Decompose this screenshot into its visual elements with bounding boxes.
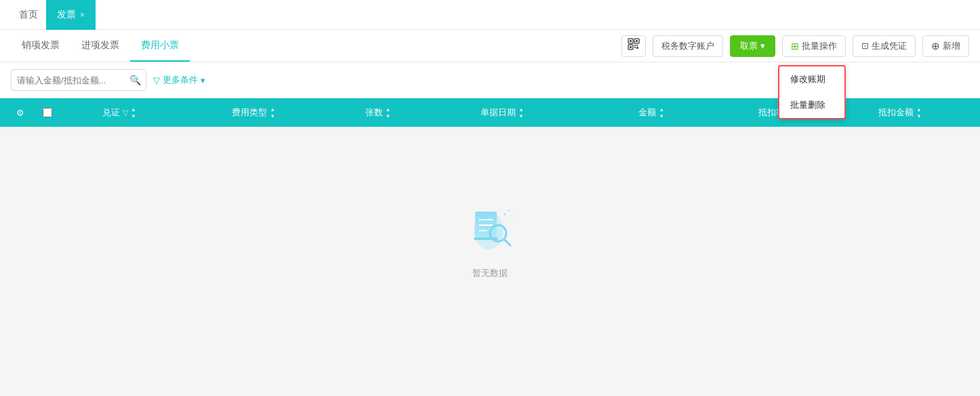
sub-nav: 销项发票 进项发票 费用小票	[0, 30, 980, 62]
sub-nav-left: 销项发票 进项发票 费用小票	[11, 30, 190, 62]
home-link[interactable]: 首页	[11, 9, 46, 21]
th-deduct-sort[interactable]: ▲ ▼	[916, 106, 922, 119]
svg-rect-7	[636, 45, 638, 46]
top-bar: 首页 发票 ×	[0, 0, 980, 30]
search-input-wrap[interactable]: 🔍	[11, 69, 146, 91]
svg-rect-1	[630, 40, 632, 42]
add-button[interactable]: ⊕ 新增	[922, 35, 969, 57]
more-filter-button[interactable]: ▽ 更多条件 ▾	[153, 74, 205, 86]
generate-icon: ⊡	[861, 41, 869, 51]
fetch-arrow-icon: ▾	[760, 41, 765, 51]
th-settings[interactable]: ⚙	[5, 108, 35, 118]
more-filter-label: 更多条件	[163, 74, 198, 86]
select-all-checkbox[interactable]	[43, 108, 52, 117]
batch-dropdown-menu: 修改账期 批量删除	[778, 65, 846, 119]
svg-rect-9	[636, 47, 638, 49]
empty-text: 暂无数据	[472, 267, 508, 279]
invoice-tab-label: 发票	[57, 9, 76, 21]
batch-label: 批量操作	[802, 40, 837, 52]
th-deduct-label: 抵扣金额	[878, 106, 914, 119]
svg-rect-5	[630, 46, 632, 48]
th-expense-type[interactable]: 费用类型 ▲ ▼	[179, 106, 328, 119]
th-date-label: 单据日期	[481, 106, 516, 119]
th-amount-label: 金额	[638, 106, 656, 119]
settings-icon: ⚙	[16, 108, 24, 118]
th-expense-type-sort[interactable]: ▲ ▼	[270, 106, 275, 119]
th-count-sort[interactable]: ▲ ▼	[386, 106, 391, 119]
filter-icon: ▽	[153, 75, 160, 85]
svg-point-21	[511, 215, 512, 216]
svg-line-18	[504, 239, 510, 245]
tax-digital-button[interactable]: 税务数字账户	[653, 35, 723, 57]
qr-button[interactable]	[621, 35, 646, 57]
fetch-ticket-button[interactable]: 取票 ▾	[730, 35, 775, 57]
svg-point-20	[508, 210, 510, 212]
th-amount[interactable]: 金额 ▲ ▼	[577, 106, 726, 119]
tax-digital-label: 税务数字账户	[661, 40, 714, 52]
add-icon: ⊕	[931, 40, 940, 52]
add-label: 新增	[943, 40, 960, 52]
svg-point-17	[493, 229, 503, 238]
th-count-label: 张数	[365, 106, 383, 119]
svg-point-19	[504, 213, 506, 216]
svg-rect-3	[636, 40, 638, 42]
th-cert[interactable]: 兑证 ▽ ▲ ▼	[60, 106, 179, 119]
th-checkbox[interactable]	[35, 108, 60, 117]
th-expense-type-label: 费用类型	[232, 106, 267, 119]
qr-icon	[627, 37, 640, 54]
sub-nav-expense[interactable]: 费用小票	[130, 30, 190, 62]
empty-state-icon	[456, 191, 524, 259]
modify-period-item[interactable]: 修改账期	[779, 66, 844, 92]
sub-nav-sales[interactable]: 销项发票	[11, 30, 70, 62]
batch-wrap: ⊞ 批量操作 修改账期 批量删除	[782, 35, 846, 57]
th-deduct[interactable]: 抵扣金额 ▲ ▼	[825, 106, 975, 119]
th-cert-label: 兑证	[102, 106, 120, 119]
th-cert-sort[interactable]: ▲ ▼	[131, 106, 136, 119]
search-input[interactable]	[17, 75, 125, 85]
generate-label: 生成凭证	[872, 40, 907, 52]
invoice-tab-close[interactable]: ×	[80, 10, 85, 20]
th-amount-sort[interactable]: ▲ ▼	[659, 106, 664, 119]
search-icon: 🔍	[129, 75, 141, 85]
svg-rect-6	[634, 45, 636, 46]
th-date-sort[interactable]: ▲ ▼	[518, 106, 524, 119]
batch-delete-item[interactable]: 批量删除	[779, 92, 844, 118]
th-cert-filter-icon: ▽	[123, 108, 128, 117]
more-filter-arrow-icon: ▾	[201, 75, 205, 85]
fetch-label: 取票	[740, 40, 758, 52]
batch-icon: ⊞	[791, 41, 799, 52]
empty-state: 暂无数据	[0, 127, 980, 344]
sub-nav-right: 税务数字账户 取票 ▾ ⊞ 批量操作 修改账期 批量删除 ⊡ 生成凭证 ⊕	[621, 35, 969, 57]
th-date[interactable]: 单据日期 ▲ ▼	[428, 106, 577, 119]
batch-button[interactable]: ⊞ 批量操作	[782, 35, 846, 57]
svg-rect-8	[634, 47, 636, 48]
generate-voucher-button[interactable]: ⊡ 生成凭证	[853, 35, 916, 57]
invoice-tab[interactable]: 发票 ×	[46, 0, 96, 30]
sub-nav-purchase[interactable]: 进项发票	[70, 30, 130, 62]
th-count[interactable]: 张数 ▲ ▼	[328, 106, 428, 119]
